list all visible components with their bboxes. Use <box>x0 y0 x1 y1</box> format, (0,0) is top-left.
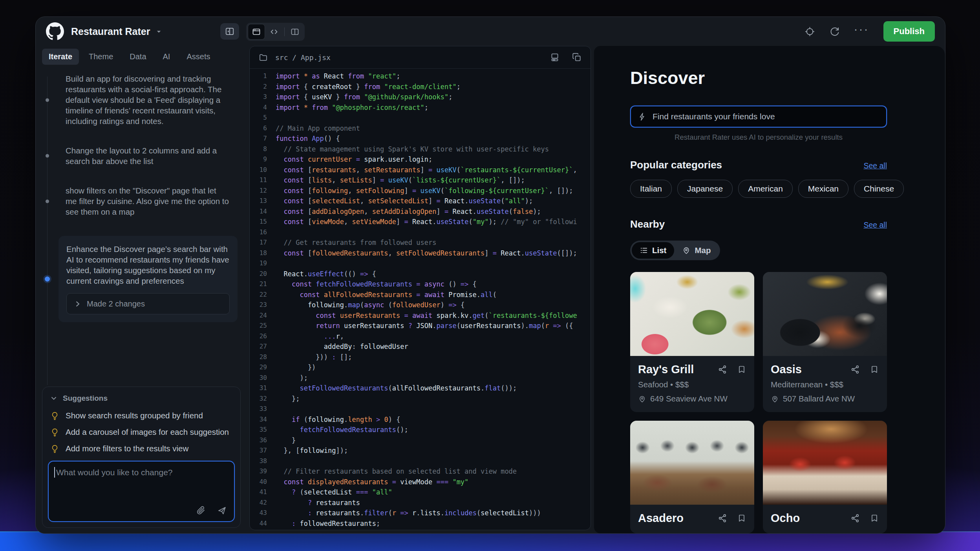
line-number: 17 <box>250 237 276 248</box>
copy-code-icon[interactable] <box>572 52 582 62</box>
share-icon[interactable] <box>850 513 860 523</box>
line-content: // Get restaurants from followed users <box>276 237 591 248</box>
restaurant-card[interactable]: OasisMediterranean • $$$507 Ballard Ave … <box>763 272 887 412</box>
send-icon[interactable] <box>217 505 227 516</box>
see-all-popular-link[interactable]: See all <box>863 161 887 170</box>
share-icon[interactable] <box>718 365 728 374</box>
map-view-button[interactable]: Map <box>674 242 719 259</box>
category-chip-chinese[interactable]: Chinese <box>854 180 904 198</box>
code-line: 27 addedBy: followedUser <box>250 341 591 352</box>
suggestion-item[interactable]: Show search results grouped by friend <box>48 407 235 424</box>
editor-actions <box>550 52 582 62</box>
history-item[interactable]: Enhance the Discover page’s search bar w… <box>59 236 238 322</box>
address-text: 507 Ballard Ave NW <box>783 394 855 403</box>
target-button[interactable] <box>804 26 815 37</box>
code-editor: src / App.jsx 1import * as React from "r… <box>249 46 591 530</box>
line-number: 43 <box>250 508 276 518</box>
history-item[interactable]: Change the layout to 2 columns and add a… <box>42 145 240 166</box>
line-number: 26 <box>250 331 276 342</box>
address-text: 649 Seaview Ave NW <box>650 394 728 403</box>
restaurant-photo <box>630 272 754 356</box>
line-content: ? (selectedList === "all" <box>276 487 591 498</box>
search-input[interactable]: Find restaurants your friends love <box>630 106 887 128</box>
line-content: import { createRoot } from "react-dom/cl… <box>276 82 591 92</box>
restaurant-card[interactable]: Ocho <box>763 421 887 533</box>
bookmark-icon[interactable] <box>870 513 879 523</box>
view-mode-switcher <box>246 23 305 41</box>
code-lines[interactable]: 1import * as React from "react";2import … <box>250 69 591 530</box>
see-all-nearby-link[interactable]: See all <box>863 221 887 230</box>
attach-file-icon[interactable] <box>196 505 206 516</box>
line-content: ); <box>276 373 591 383</box>
restaurant-photo <box>763 272 887 356</box>
restaurant-name: Oasis <box>771 363 850 376</box>
code-mode-button[interactable] <box>266 24 282 39</box>
share-icon[interactable] <box>850 365 860 374</box>
category-chip-italian[interactable]: Italian <box>630 180 672 198</box>
code-line: 24 const userRestaurants = await spark.k… <box>250 310 591 321</box>
prompt-input[interactable]: What would you like to change? <box>48 461 235 522</box>
lightbulb-icon <box>50 428 59 437</box>
bookmark-icon[interactable] <box>737 365 746 374</box>
category-chip-japanese[interactable]: Japanese <box>677 180 733 198</box>
restaurant-address: 649 Seaview Ave NW <box>638 394 746 403</box>
code-line: 7function App() { <box>250 133 591 144</box>
tab-iterate[interactable]: Iterate <box>42 49 79 65</box>
tab-data[interactable]: Data <box>123 49 153 65</box>
line-content: import * as React from "react"; <box>276 71 591 82</box>
line-content: React.useEffect(() => { <box>276 269 591 279</box>
file-breadcrumb[interactable]: src / App.jsx <box>275 53 331 62</box>
tab-assets[interactable]: Assets <box>180 49 217 65</box>
line-content: const [followedRestaurants, setFollowedR… <box>276 248 591 259</box>
prompt-actions <box>196 505 227 516</box>
prompt-placeholder: What would you like to change? <box>54 467 173 478</box>
line-number: 2 <box>250 82 276 92</box>
split-mode-button[interactable] <box>287 24 303 39</box>
line-content: }; <box>276 394 591 404</box>
line-number: 16 <box>250 227 276 238</box>
category-chip-mexican[interactable]: Mexican <box>798 180 848 198</box>
suggestions-header[interactable]: Suggestions <box>48 393 235 407</box>
refresh-button[interactable] <box>829 26 840 37</box>
made-changes-button[interactable]: Made 2 changes <box>66 293 230 314</box>
history-item[interactable]: Build an app for discovering and trackin… <box>42 73 240 126</box>
code-line: 32 }; <box>250 394 591 404</box>
code-line: 11 const [lists, setLists] = useKV(`list… <box>250 175 591 186</box>
history-text: show filters on the "Discover" page that… <box>66 185 229 217</box>
code-line: 43 : restaurants.filter(r => r.lists.inc… <box>250 508 591 518</box>
category-chip-american[interactable]: American <box>738 180 793 198</box>
bookmark-icon[interactable] <box>870 365 879 374</box>
restaurant-card-header: Ray's Grill <box>638 363 746 376</box>
category-chips: ItalianJapaneseAmericanMexicanChinese <box>630 180 945 198</box>
restaurant-address: 507 Ballard Ave NW <box>771 394 879 403</box>
line-number: 19 <box>250 258 276 269</box>
lightning-icon <box>638 112 647 121</box>
share-icon[interactable] <box>718 513 728 523</box>
more-options-button[interactable]: ··· <box>854 27 869 36</box>
line-content: const allFollowedRestaurants = await Pro… <box>276 290 591 300</box>
history-item[interactable]: show filters on the "Discover" page that… <box>42 185 240 217</box>
line-number: 25 <box>250 321 276 331</box>
preview-mode-button[interactable] <box>248 24 265 40</box>
line-number: 15 <box>250 217 276 227</box>
line-content: ...r, <box>276 331 591 342</box>
line-content: const userRestaurants = await spark.kv.g… <box>276 310 591 321</box>
line-content: }, [following]); <box>276 445 591 456</box>
suggestions-title: Suggestions <box>63 394 108 403</box>
bookmark-icon[interactable] <box>737 513 746 523</box>
suggestion-item[interactable]: Add a carousel of images for each sugges… <box>48 424 235 440</box>
collapse-sidebar-button[interactable] <box>220 23 239 40</box>
caret-down-icon[interactable] <box>155 28 162 35</box>
publish-button[interactable]: Publish <box>883 21 935 42</box>
line-content: const [lists, setLists] = useKV(`lists-$… <box>276 175 591 186</box>
list-view-button[interactable]: List <box>632 242 674 259</box>
device-preview-icon[interactable] <box>550 52 560 62</box>
tab-theme[interactable]: Theme <box>82 49 120 65</box>
restaurant-card-header: Oasis <box>771 363 879 376</box>
code-line: 26 ...r, <box>250 331 591 342</box>
tab-ai[interactable]: AI <box>156 49 177 65</box>
code-line: 10 const [restaurants, setRestaurants] =… <box>250 165 591 175</box>
restaurant-card[interactable]: Ray's GrillSeafood • $$$649 Seaview Ave … <box>630 272 754 412</box>
restaurant-card[interactable]: Asadero <box>630 421 754 533</box>
suggestion-item[interactable]: Add more filters to the results view <box>48 440 235 457</box>
